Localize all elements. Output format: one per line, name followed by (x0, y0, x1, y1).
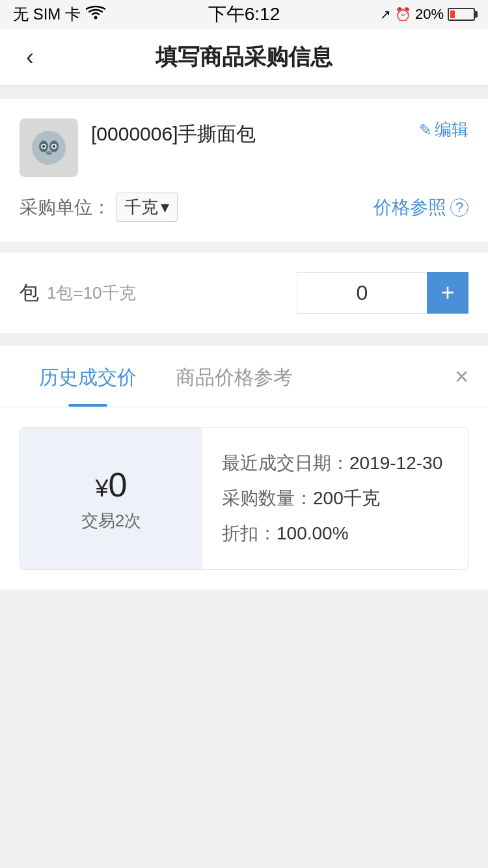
tab-product-price-ref[interactable]: 商品价格参考 (156, 346, 312, 407)
edit-label: 编辑 (435, 118, 468, 141)
tab-history-price[interactable]: 历史成交价 (20, 346, 156, 407)
product-header: [0000006]手撕面包 ✎ 编辑 (20, 118, 468, 177)
purchase-qty-value: 200千克 (313, 488, 380, 508)
trade-count: 交易2次 (81, 509, 141, 532)
unit-select-dropdown[interactable]: 千克 ▾ (116, 193, 178, 222)
product-unit-row: 采购单位： 千克 ▾ 价格参照 ? (20, 193, 468, 222)
svg-point-0 (94, 16, 98, 20)
unit-value: 千克 (124, 196, 158, 219)
price-card-right: 最近成交日期：2019-12-30 采购数量：200千克 折扣：100.00% (202, 427, 468, 569)
dropdown-arrow-icon: ▾ (161, 197, 169, 217)
price-ref-label: 价格参照 (373, 195, 446, 220)
carrier-text: 无 SIM 卡 (13, 4, 81, 25)
product-name: [0000006]手撕面包 (91, 121, 256, 148)
recent-date-row: 最近成交日期：2019-12-30 (222, 451, 448, 476)
product-name-wrap: [0000006]手撕面包 (91, 118, 256, 148)
svg-point-7 (53, 145, 55, 148)
status-bar: 无 SIM 卡 下午6:12 ↗ ⏰ 20% (0, 0, 488, 29)
product-card: [0000006]手撕面包 ✎ 编辑 采购单位： 千克 ▾ 价格参照 ? (0, 99, 488, 241)
unit-label-text: 采购单位： (20, 195, 111, 220)
purchase-qty-row: 采购数量：200千克 (222, 486, 448, 511)
purchase-qty-label: 采购数量： (222, 488, 313, 508)
location-icon: ↗ (380, 7, 391, 22)
price-ref-button[interactable]: 价格参照 ? (373, 195, 468, 220)
recent-date-value: 2019-12-30 (349, 453, 442, 473)
edit-icon: ✎ (419, 121, 432, 139)
bottom-panel: 历史成交价 商品价格参考 × ¥0 交易2次 最近成交日期：2019-12-30… (0, 346, 488, 590)
plus-icon: + (441, 279, 454, 306)
help-icon: ? (450, 198, 468, 217)
edit-button[interactable]: ✎ 编辑 (419, 118, 468, 141)
currency-symbol: ¥ (96, 475, 109, 502)
back-button[interactable]: ‹ (20, 37, 40, 77)
unit-label: 采购单位： 千克 ▾ (20, 193, 178, 222)
alarm-icon: ⏰ (395, 7, 411, 22)
battery-pct: 20% (415, 6, 444, 23)
tab-history-price-label: 历史成交价 (39, 366, 137, 388)
price-value: 0 (109, 466, 128, 504)
tab-bar: 历史成交价 商品价格参考 × (0, 346, 488, 407)
tab-close-button[interactable]: × (455, 363, 468, 390)
quantity-left: 包 1包=10千克 (20, 280, 136, 306)
battery-icon (448, 8, 475, 21)
price-card-left: ¥0 交易2次 (20, 427, 202, 569)
page-title: 填写商品采购信息 (156, 42, 332, 72)
product-info: [0000006]手撕面包 (20, 118, 419, 177)
quantity-section: 包 1包=10千克 + (0, 252, 488, 333)
product-thumbnail (20, 118, 78, 177)
svg-point-1 (32, 131, 66, 165)
qty-plus-button[interactable]: + (427, 272, 468, 314)
quantity-right: + (297, 272, 468, 314)
discount-value: 100.00% (277, 523, 349, 543)
status-time: 下午6:12 (208, 2, 280, 27)
history-content: ¥0 交易2次 最近成交日期：2019-12-30 采购数量：200千克 折扣：… (0, 407, 488, 590)
recent-date-label: 最近成交日期： (222, 453, 349, 473)
qty-badge: 包 (20, 280, 39, 306)
qty-unit-info: 1包=10千克 (47, 282, 136, 305)
discount-label: 折扣： (222, 523, 277, 543)
nav-bar: ‹ 填写商品采购信息 (0, 29, 488, 86)
section-divider-1 (0, 241, 488, 252)
price-amount: ¥0 (96, 465, 128, 504)
status-left: 无 SIM 卡 (13, 4, 105, 25)
tab-product-price-ref-label: 商品价格参考 (176, 366, 293, 388)
discount-row: 折扣：100.00% (222, 521, 448, 546)
svg-point-6 (42, 145, 45, 148)
price-card: ¥0 交易2次 最近成交日期：2019-12-30 采购数量：200千克 折扣：… (20, 427, 468, 570)
status-right: ↗ ⏰ 20% (380, 6, 475, 23)
wifi-icon (86, 5, 105, 23)
quantity-input[interactable] (297, 272, 427, 314)
